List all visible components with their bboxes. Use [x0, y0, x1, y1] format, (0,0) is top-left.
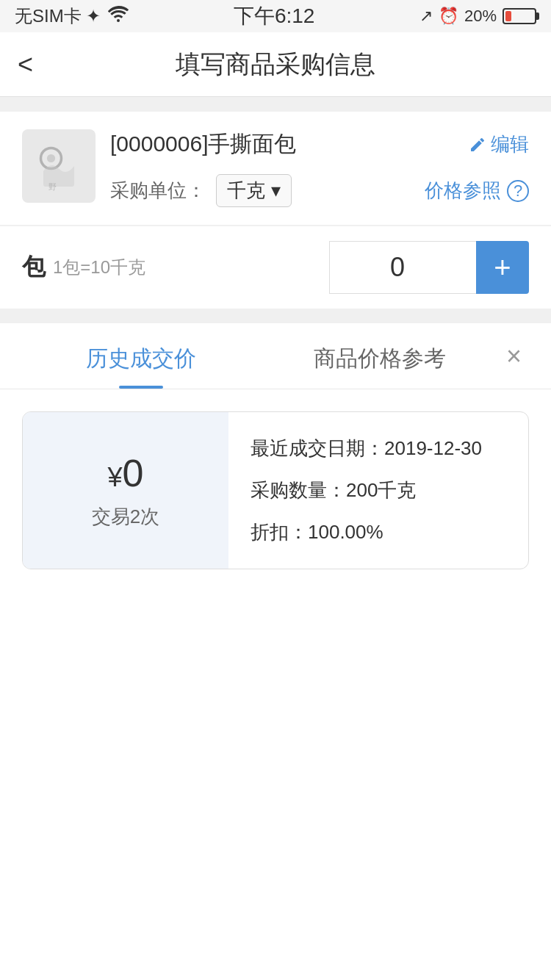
page-title: 填写商品采购信息 [176, 48, 375, 82]
quantity-value: 200千克 [346, 479, 416, 501]
status-bar: 无SIM卡 ✦ 下午6:12 ↗ ⏰ 20% [0, 0, 551, 32]
discount-label: 折扣： [251, 521, 308, 543]
history-price-value: ¥0 [108, 451, 144, 495]
quantity-plus-button[interactable]: + [476, 241, 529, 294]
tabs-container: 历史成交价 商品价格参考 × ¥0 交易2次 最近成交日期：2019-12-30… [0, 323, 551, 980]
product-name: [0000006]手撕面包 [110, 129, 296, 159]
price-ref-label: 价格参照 [425, 178, 501, 203]
wifi-icon [108, 6, 129, 26]
yen-symbol: ¥ [108, 462, 123, 492]
chevron-down-icon: ▾ [271, 179, 281, 202]
status-left: 无SIM卡 ✦ [15, 4, 129, 28]
history-date-row: 最近成交日期：2019-12-30 [251, 434, 506, 463]
location-icon: ↗ [419, 7, 433, 26]
package-icon: 包 [22, 251, 46, 284]
unit-conversion-text: 1包=10千克 [53, 256, 145, 279]
product-info: [0000006]手撕面包 编辑 采购单位： 千克 ▾ 价格参照 ? [110, 129, 529, 207]
product-header: [0000006]手撕面包 编辑 [110, 129, 529, 159]
product-title: 手撕面包 [208, 131, 296, 156]
nav-bar: < 填写商品采购信息 [0, 32, 551, 97]
product-card: 野 [0000006]手撕面包 编辑 采购单位： 千克 ▾ 价格参照 ? [0, 112, 551, 225]
carrier-text: 无SIM卡 ✦ [15, 4, 101, 28]
history-price-section: ¥0 交易2次 [23, 412, 228, 569]
info-icon: ? [507, 180, 529, 202]
battery-percent: 20% [464, 7, 497, 26]
history-content: ¥0 交易2次 最近成交日期：2019-12-30 采购数量：200千克 折扣：… [0, 389, 551, 591]
battery-icon [503, 8, 536, 24]
history-quantity-row: 采购数量：200千克 [251, 476, 506, 505]
date-value: 2019-12-30 [384, 437, 482, 459]
svg-point-1 [47, 154, 55, 162]
quantity-unit-info: 包 1包=10千克 [22, 251, 145, 284]
discount-value: 100.00% [308, 521, 383, 543]
status-time: 下午6:12 [234, 2, 315, 30]
tab-product-price-reference[interactable]: 商品价格参考 [260, 323, 498, 389]
quantity-label: 采购数量： [251, 479, 346, 501]
unit-selector: 采购单位： 千克 ▾ [110, 174, 292, 207]
tab-close-button[interactable]: × [499, 341, 529, 372]
history-detail-section: 最近成交日期：2019-12-30 采购数量：200千克 折扣：100.00% [228, 412, 528, 569]
back-button[interactable]: < [18, 49, 33, 80]
history-card: ¥0 交易2次 最近成交日期：2019-12-30 采购数量：200千克 折扣：… [22, 411, 529, 569]
product-id: [0000006] [110, 131, 208, 156]
tab-history-price[interactable]: 历史成交价 [22, 323, 260, 389]
svg-text:野: 野 [48, 182, 57, 191]
status-right: ↗ ⏰ 20% [419, 7, 536, 26]
quantity-input[interactable] [329, 241, 476, 294]
price-reference-button[interactable]: 价格参照 ? [425, 178, 529, 203]
edit-label: 编辑 [491, 131, 529, 157]
edit-button[interactable]: 编辑 [469, 131, 529, 157]
quantity-input-group: + [329, 241, 529, 294]
unit-prefix: 采购单位： [110, 179, 206, 201]
unit-dropdown[interactable]: 千克 ▾ [216, 174, 292, 207]
product-unit-row: 采购单位： 千克 ▾ 价格参照 ? [110, 174, 529, 207]
product-image: 野 [22, 129, 96, 203]
history-discount-row: 折扣：100.00% [251, 518, 506, 547]
tabs-header: 历史成交价 商品价格参考 × [0, 323, 551, 389]
date-label: 最近成交日期： [251, 437, 384, 459]
price-number: 0 [123, 452, 144, 494]
alarm-icon: ⏰ [439, 7, 458, 26]
unit-value: 千克 [227, 178, 265, 203]
trade-count: 交易2次 [92, 504, 159, 530]
quantity-row: 包 1包=10千克 + [0, 226, 551, 309]
empty-area [0, 591, 551, 980]
